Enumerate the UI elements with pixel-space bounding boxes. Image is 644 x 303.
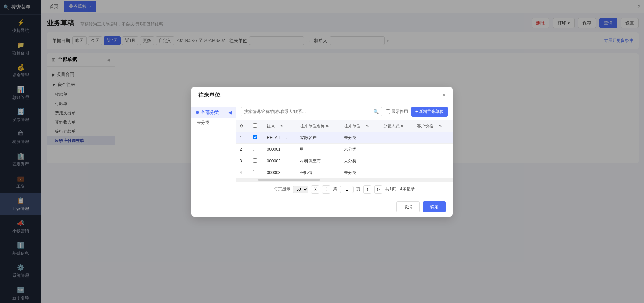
row-checkbox-4[interactable] [253,170,257,174]
row-checkbox-3[interactable] [253,158,257,163]
col-salesperson[interactable]: 分管人员 ⇅ [380,120,414,132]
category-all-button[interactable]: ⊞ 全部分类 ◀ [191,107,236,118]
row-name-4: 张师傅 [297,167,341,178]
page-number-input[interactable] [340,186,354,193]
search-button[interactable]: 🔍 [370,107,382,116]
row-code-3: 000002 [263,155,297,167]
select-all-checkbox[interactable] [253,123,257,128]
partner-modal: 往来单位 × ⊞ 全部分类 ◀ 未分类 🔍 [191,87,453,217]
row-name-3: 材料供应商 [297,155,341,167]
scroll-thumb[interactable] [258,179,320,181]
show-inactive-label[interactable]: 显示停用 [386,109,408,115]
col-name[interactable]: 往来单位名称 ⇅ [297,120,341,132]
search-box: 🔍 [241,107,382,116]
col-checkbox [249,120,264,132]
row-code-2: 000001 [263,143,297,155]
row-category-3: 未分类 [341,155,379,167]
col-price-level[interactable]: 客户价格… ⇅ [413,120,453,132]
page-label: 第 [333,186,337,192]
show-inactive-checkbox[interactable] [386,109,390,114]
col-code[interactable]: 往来… ⇅ [263,120,297,132]
pagination: 每页显示 50 ⟨⟨ ⟨ 第 页 ⟩ ⟩⟩ 共1页，4条记录 [236,182,453,197]
col-settings[interactable]: ⚙ [236,120,249,132]
col-category[interactable]: 往来单位… ⇅ [341,120,379,132]
row-category-1: 未分类 [341,132,379,143]
row-salesperson-2 [380,143,414,155]
prev-page-button[interactable]: ⟨ [322,185,330,194]
row-price-2 [413,143,453,155]
table-panel: 🔍 显示停用 + 新增往来单位 ⚙ [236,103,453,197]
row-checkbox-1[interactable] [253,135,257,139]
add-partner-button[interactable]: + 新增往来单位 [411,107,448,117]
row-salesperson-3 [380,155,414,167]
table-row[interactable]: 3 000002 材料供应商 未分类 [236,155,453,167]
modal-body: ⊞ 全部分类 ◀ 未分类 🔍 显示停用 [191,103,453,197]
modal-header: 往来单位 × [191,87,453,103]
table-row[interactable]: 1 RETAIL_... 零散客户 未分类 [236,132,453,143]
last-page-button[interactable]: ⟩⟩ [374,185,382,194]
category-item-unclassified[interactable]: 未分类 [191,118,236,128]
table-row[interactable]: 2 000001 甲 未分类 [236,143,453,155]
row-salesperson-1 [380,132,414,143]
cancel-button[interactable]: 取消 [396,201,420,212]
row-code-1: RETAIL_... [263,132,297,143]
row-checkbox-2[interactable] [253,147,257,151]
row-category-4: 未分类 [341,167,379,178]
row-code-4: 000003 [263,167,297,178]
table-scroll-bar[interactable] [236,179,453,182]
row-category-2: 未分类 [341,143,379,155]
row-price-1 [413,132,453,143]
row-name-1: 零散客户 [297,132,341,143]
table-row[interactable]: 4 000003 张师傅 未分类 [236,167,453,178]
search-input[interactable] [241,107,370,116]
modal-footer: 取消 确定 [191,197,453,217]
modal-close-button[interactable]: × [442,92,446,98]
confirm-button[interactable]: 确定 [423,201,446,212]
next-page-button[interactable]: ⟩ [363,185,371,194]
row-price-3 [413,155,453,167]
grid-icon: ⊞ [196,110,199,115]
per-page-select[interactable]: 50 [293,186,308,193]
category-collapse-icon[interactable]: ◀ [228,110,232,115]
table-toolbar: 🔍 显示停用 + 新增往来单位 [236,103,453,120]
row-price-4 [413,167,453,178]
modal-overlay[interactable]: 往来单位 × ⊞ 全部分类 ◀ 未分类 🔍 [0,0,644,303]
modal-title: 往来单位 [198,92,220,99]
category-panel: ⊞ 全部分类 ◀ 未分类 [191,103,236,197]
page-unit: 页 [356,186,360,192]
data-table: ⚙ 往来… ⇅ 往来单位名称 ⇅ 往来单位… ⇅ 分管人员 ⇅ 客户价格… ⇅ [236,120,453,179]
total-text: 共1页，4条记录 [385,186,414,192]
row-salesperson-4 [380,167,414,178]
per-page-label: 每页显示 [274,186,290,192]
row-name-2: 甲 [297,143,341,155]
first-page-button[interactable]: ⟨⟨ [311,185,319,194]
